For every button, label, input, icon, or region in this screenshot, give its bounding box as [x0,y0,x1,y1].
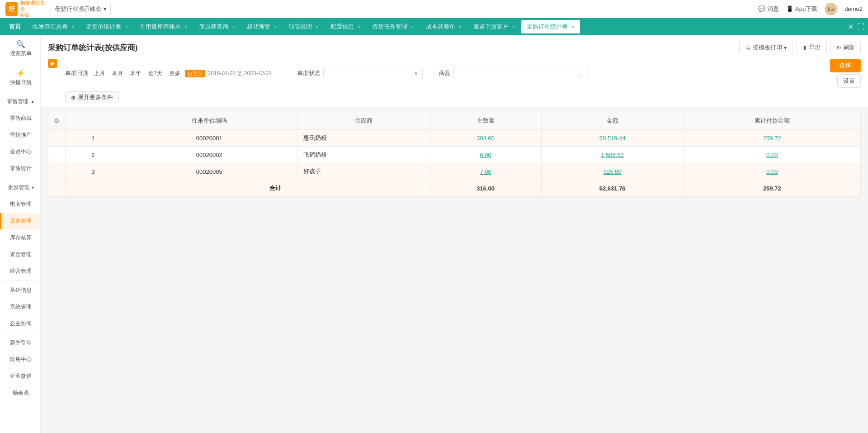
sidebar-item-wholesale[interactable]: 批发管理 ▾ [0,179,40,196]
select-arrow-icon: ▾ [415,70,418,77]
footer-main-qty: 316.00 [430,180,541,197]
row-main-qty[interactable]: 7.00 [430,163,541,180]
row-amount[interactable]: 1,586.52 [541,147,684,163]
maximize-icon[interactable]: ⛶ [857,23,864,31]
footer-amount: 62,631.76 [541,180,684,197]
row-amount[interactable]: 525.80 [541,163,684,180]
tab-home[interactable]: 首页 [4,20,26,33]
tab-cost-adjust[interactable]: 成本调整单 × [420,20,467,33]
export-button[interactable]: ⬆ 导出 [797,41,827,54]
sidebar-item-quick-nav[interactable]: ⚡ 快捷导航 [0,64,40,91]
tab-purchase-summary[interactable]: 采购订单统计表 × [521,20,580,33]
close-icon[interactable]: × [459,24,462,29]
sidebar-item-app-center[interactable]: 应用中心 [0,351,40,368]
sidebar-item-enterprise[interactable]: 企业协同 [0,315,40,332]
app-download-btn[interactable]: 📱 App下载 [786,5,817,13]
sidebar-item-basic-info[interactable]: 基础信息 [0,282,40,299]
query-button[interactable]: 查询 [830,59,861,72]
tab-overstock-warning[interactable]: 超储预警 × [241,20,282,33]
tab-pick-task[interactable]: 拣货任务管理 × [367,20,419,33]
close-icon[interactable]: × [232,24,235,29]
shortcut-this-year[interactable]: 本年 [127,69,144,78]
message-btn[interactable]: 💬 消息 [758,5,779,13]
close-icon[interactable]: × [71,24,74,29]
close-icon[interactable]: × [316,24,318,29]
avatar: Ea [825,3,837,15]
row-supplier-code: 00020005 [121,163,297,180]
row-supplier-code: 00020001 [121,130,297,147]
close-icon[interactable]: × [411,24,414,29]
goods-input[interactable]: … [453,68,589,79]
sidebar-item-finance[interactable]: 资金管理 [0,246,40,263]
sidebar-item-marketing[interactable]: 营销推广 [0,127,40,143]
sidebar-divider-4 [0,281,40,281]
refresh-button[interactable]: ↻ 刷新 [830,41,861,54]
table-row: 1 00020001 惠氏奶粉 303.00 60,519.44 259.72 [48,130,861,147]
action-buttons: 查询 设置 [830,59,861,88]
sidebar-item-wechat[interactable]: 企业微信 [0,368,40,385]
toggle-arrow-icon[interactable]: ▶ [48,59,57,68]
close-icon[interactable]: × [512,24,515,29]
sidebar-item-retail-mall[interactable]: 零售商城 [0,110,40,127]
chevron-down-icon: ▾ [32,185,34,190]
row-paid-amount[interactable]: 0.00 [684,147,860,163]
page-header: 采购订单统计表(按供应商) 🖨 按模板打印 ▾ ⬆ 导出 ↻ 刷新 [41,35,868,107]
sidebar-item-system[interactable]: 系统管理 [0,299,40,315]
nav-tabs: 首页 收发存汇总表 × 要货单统计表 × 可用量库存账本 × 保质期查询 × 超… [0,18,868,35]
shortcut-more[interactable]: 更多 [167,69,183,78]
close-icon[interactable]: × [358,24,360,29]
close-icon[interactable]: × [125,24,127,29]
sidebar-item-member2[interactable]: 畅会员 [0,385,40,401]
workspace-selector[interactable]: 母婴行业演示账套 ▾ [51,3,111,15]
close-window-icon[interactable]: ✕ [848,23,854,31]
shortcut-last-month[interactable]: 上月 [91,69,108,78]
expand-button[interactable]: ⊕ 展开更多条件 [65,91,119,103]
sidebar-item-newguide[interactable]: 新手引导 [0,334,40,351]
shortcut-this-month[interactable]: 本月 [109,69,126,78]
sidebar-item-stock[interactable]: 库存核算 [0,229,40,246]
status-select[interactable]: ▾ [323,68,423,79]
print-button[interactable]: 🖨 按模板打印 ▾ [739,41,793,54]
sidebar-item-search[interactable]: 🔍 搜索菜单 [0,35,40,62]
sidebar-divider-3 [0,178,40,178]
tab-available-stock[interactable]: 可用量库存账本 × [134,20,193,33]
close-icon[interactable]: × [274,24,277,29]
row-main-qty[interactable]: 6.00 [430,147,541,163]
col-supplier-name: 供应商 [297,112,430,130]
header-actions: 🖨 按模板打印 ▾ ⬆ 导出 ↻ 刷新 [739,41,861,54]
row-paid-amount[interactable]: 0.00 [684,163,860,180]
sidebar-item-retail-stats[interactable]: 零售统计 [0,160,40,177]
sidebar-item-retail[interactable]: 零售管理 ▲ [0,93,40,110]
settings-icon[interactable]: ⚙ [54,117,60,124]
close-icon[interactable]: × [184,24,187,29]
tab-function-desc[interactable]: 功能说明 × [283,20,324,33]
row-supplier-name: 飞鹤奶粉 [297,147,430,163]
table-row: 3 00020005 好孩子 7.00 525.80 0.00 [48,163,861,180]
row-amount[interactable]: 60,519.44 [541,130,684,147]
date-shortcuts: 上月 本月 本年 近7天 更多 自定义 [91,69,205,78]
sidebar-item-operation[interactable]: 经营管理 [0,263,40,280]
logo-area: 好 畅捷通好生意 标版 [5,0,46,17]
sidebar-item-ecommerce[interactable]: 电商管理 [0,196,40,213]
tab-order-summary[interactable]: 要货单统计表 × [80,20,133,33]
tab-invite-customer[interactable]: 邀请下游客户 × [468,20,520,33]
settings-button[interactable]: 设置 [837,74,861,88]
tab-receive-summary[interactable]: 收发存汇总表 × [27,20,80,33]
col-index [66,112,121,130]
row-main-qty[interactable]: 303.00 [430,130,541,147]
sidebar-divider [0,63,40,63]
row-paid-amount[interactable]: 259.72 [684,130,860,147]
row-check [48,163,66,180]
sidebar-item-member[interactable]: 会员中心 [0,143,40,160]
tab-expiry-query[interactable]: 保质期查询 × [193,20,240,33]
close-icon[interactable]: × [571,24,574,29]
message-icon: 💬 [758,5,765,12]
shortcut-7days[interactable]: 近7天 [146,69,165,78]
col-settings[interactable]: ⚙ [48,112,66,130]
sidebar-item-purchase[interactable]: 采购管理 [0,213,40,229]
page-title: 采购订单统计表(按供应商) [48,43,137,53]
tab-config-info[interactable]: 配置信息 × [325,20,366,33]
custom-badge[interactable]: 自定义 [185,70,205,77]
chevron-down-icon: ⊕ [71,94,76,101]
top-right-actions: 💬 消息 📱 App下载 Ea demo2 [758,3,863,15]
